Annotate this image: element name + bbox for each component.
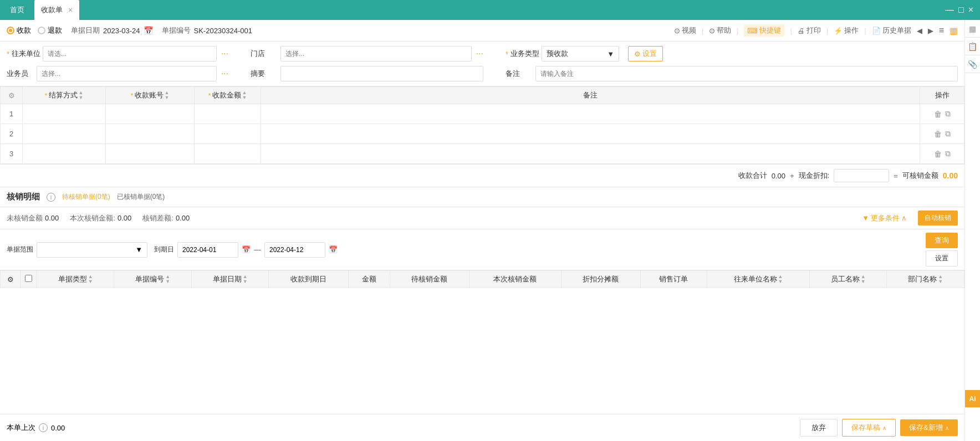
- sep3: |: [790, 27, 792, 35]
- row3-remark[interactable]: [261, 144, 920, 164]
- list-view-icon[interactable]: ≡: [939, 25, 944, 35]
- nav-right-btn[interactable]: ▶: [928, 27, 933, 35]
- more-conditions-btn[interactable]: ▼ 更多条件 ∧: [862, 213, 907, 223]
- settings-button[interactable]: ⚙ 设置: [628, 46, 663, 61]
- video-btn[interactable]: ⊙ 视频: [674, 25, 696, 35]
- row3-delete-icon[interactable]: 🗑: [934, 150, 942, 158]
- shortcut-btn[interactable]: ⌨ 快捷键: [744, 24, 784, 37]
- sep2: |: [737, 27, 738, 35]
- row2-account[interactable]: [106, 124, 195, 144]
- shop-input[interactable]: [280, 46, 472, 61]
- help-btn[interactable]: ⊙ 帮助: [709, 25, 731, 35]
- table-gear-icon[interactable]: ⚙: [8, 91, 15, 100]
- row1-payment[interactable]: [23, 104, 106, 124]
- date-to-input[interactable]: [264, 242, 325, 258]
- date-to-calendar-icon[interactable]: 📅: [329, 245, 338, 254]
- shop-field: 门店 ···: [251, 46, 483, 61]
- partner-more-icon[interactable]: ···: [221, 49, 228, 59]
- th-amount: * 收款金额 ▲▼: [195, 87, 261, 104]
- video-icon: ⊙: [674, 27, 680, 35]
- staff-input[interactable]: [37, 66, 217, 81]
- verification-section: 核销明细 i 待核销单据(0笔) 已核销单据(0笔) 未核销金额 0.00 本次…: [0, 187, 964, 414]
- sep5: |: [864, 27, 866, 35]
- staff-more-icon[interactable]: ···: [221, 69, 228, 79]
- row2-delete-icon[interactable]: 🗑: [934, 130, 942, 139]
- sidebar-ai-icon[interactable]: Ai: [965, 390, 981, 408]
- verification-info-icon[interactable]: i: [47, 193, 55, 202]
- abandon-button[interactable]: 放弃: [800, 419, 838, 437]
- auto-verify-button[interactable]: 自动核销: [918, 211, 958, 225]
- table-row: 2 🗑 ⧉: [1, 124, 964, 144]
- save-new-button[interactable]: 保存&新增 ∧: [900, 419, 958, 436]
- footer-info-icon[interactable]: i: [39, 423, 48, 432]
- row2-remark[interactable]: [261, 124, 920, 144]
- bottom-table-container[interactable]: ⚙ 单据类型 ▲▼: [0, 270, 964, 414]
- tab-close-icon[interactable]: ×: [68, 6, 73, 14]
- table-row: 3 🗑 ⧉: [1, 144, 964, 164]
- sidebar-attach-icon[interactable]: 📎: [965, 55, 981, 73]
- tab-pending[interactable]: 待核销单据(0笔): [62, 192, 110, 202]
- print-icon: 🖨: [798, 27, 805, 35]
- sidebar-table-icon[interactable]: ▦: [965, 20, 981, 38]
- window-close-icon[interactable]: ×: [968, 5, 973, 15]
- discount-input[interactable]: [834, 169, 889, 182]
- row3-payment[interactable]: [23, 144, 106, 164]
- bth-checkbox: [21, 271, 37, 288]
- calendar-icon[interactable]: 📅: [144, 26, 153, 35]
- bottom-table-header: ⚙ 单据类型 ▲▼: [1, 271, 964, 288]
- row2-payment[interactable]: [23, 124, 106, 144]
- th-required-star3: *: [208, 91, 211, 100]
- query-button[interactable]: 查询: [926, 233, 958, 248]
- select-all-checkbox[interactable]: [25, 275, 32, 282]
- partner-label: 往来单位: [12, 49, 40, 59]
- date-from-calendar-icon[interactable]: 📅: [242, 245, 251, 254]
- date-field: 单据日期 2023-03-24 📅: [71, 25, 153, 35]
- partner-input[interactable]: [43, 46, 217, 61]
- row-num-2: 2: [1, 124, 23, 144]
- nav-left-btn[interactable]: ◀: [917, 27, 922, 35]
- history-btn[interactable]: 📄 历史单据: [872, 25, 911, 35]
- row3-actions: 🗑 ⧉: [920, 144, 964, 164]
- window-minimize-icon[interactable]: —: [945, 5, 954, 15]
- bth-discount: 折扣分摊额: [561, 271, 640, 288]
- grid-view-icon[interactable]: ▦: [950, 25, 958, 36]
- history-icon: 📄: [872, 27, 881, 35]
- window-maximize-icon[interactable]: □: [958, 5, 964, 15]
- tab-home[interactable]: 首页: [2, 0, 32, 20]
- sidebar-doc-icon[interactable]: 📋: [965, 38, 981, 55]
- summary-input[interactable]: [280, 66, 483, 81]
- radio-receipt[interactable]: 收款: [7, 25, 31, 35]
- row1-copy-icon[interactable]: ⧉: [945, 109, 951, 119]
- tab-completed[interactable]: 已核销单据(0笔): [117, 192, 165, 202]
- remark-input[interactable]: [535, 66, 958, 81]
- row1-remark[interactable]: [261, 104, 920, 124]
- row2-amount[interactable]: [195, 124, 261, 144]
- print-btn[interactable]: 🖨 打印: [798, 25, 821, 35]
- date-from-input[interactable]: [177, 242, 238, 258]
- th-action: 操作: [920, 87, 964, 104]
- bottom-gear-icon[interactable]: ⚙: [7, 275, 14, 284]
- th-required-star: *: [45, 91, 48, 100]
- range-select[interactable]: ▼: [37, 242, 147, 258]
- row2-copy-icon[interactable]: ⧉: [945, 129, 951, 139]
- filter-settings-button[interactable]: 设置: [926, 250, 958, 266]
- bth-due-date: 收款到期日: [269, 271, 348, 288]
- save-draft-button[interactable]: 保存草稿 ∧: [842, 419, 896, 437]
- row3-copy-icon[interactable]: ⧉: [945, 149, 951, 158]
- row1-account[interactable]: [106, 104, 195, 124]
- row3-account[interactable]: [106, 144, 195, 164]
- th-account: * 收款账号 ▲▼: [106, 87, 195, 104]
- row3-amount[interactable]: [195, 144, 261, 164]
- row1-amount[interactable]: [195, 104, 261, 124]
- settings-btn-container: ⚙ 设置: [628, 46, 663, 61]
- fields-row-1: * 往来单位 ··· 门店 ··· * 业务类型 预收款: [7, 46, 958, 61]
- biztype-select[interactable]: 预收款 ▼: [542, 46, 619, 61]
- shop-more-icon[interactable]: ···: [476, 49, 483, 59]
- staff-field: 业务员 ···: [7, 66, 228, 81]
- remark-label: 备注: [506, 69, 533, 79]
- row1-delete-icon[interactable]: 🗑: [934, 110, 942, 119]
- radio-refund[interactable]: 退款: [38, 25, 62, 35]
- tab-active[interactable]: 收款单 ×: [34, 0, 79, 20]
- bottom-table: ⚙ 单据类型 ▲▼: [0, 270, 964, 288]
- operation-btn[interactable]: ⚡ 操作: [834, 25, 859, 35]
